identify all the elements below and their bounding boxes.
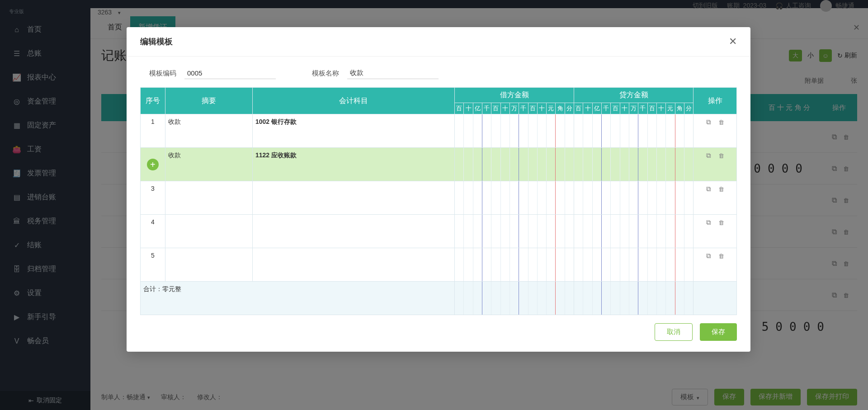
- op-cell: [693, 248, 737, 282]
- debit-cell[interactable]: [455, 248, 574, 282]
- subject-cell[interactable]: [252, 181, 454, 215]
- digit-header: 百: [528, 103, 537, 114]
- credit-cell[interactable]: [574, 248, 693, 282]
- digit-header: 十: [583, 103, 592, 114]
- digit-header: 十: [464, 103, 473, 114]
- seq-cell: 1: [141, 114, 165, 148]
- table-row[interactable]: 1收款1002 银行存款: [141, 114, 737, 148]
- op-cell: [693, 181, 737, 215]
- digit-header: 千: [602, 103, 611, 114]
- digit-header: 十: [537, 103, 546, 114]
- digit-header: 十: [656, 103, 665, 114]
- seq-cell: 3: [141, 181, 165, 215]
- th-subject: 会计科目: [252, 88, 454, 114]
- digit-header: 百: [455, 103, 464, 114]
- summary-cell[interactable]: [165, 181, 252, 215]
- modal-close-button[interactable]: ✕: [729, 37, 737, 47]
- summary-cell[interactable]: 收款: [165, 114, 252, 148]
- copy-icon[interactable]: [706, 151, 711, 160]
- digit-header: 百: [647, 103, 656, 114]
- digit-header: 万: [629, 103, 638, 114]
- digit-header: 百: [611, 103, 620, 114]
- edit-template-modal: 编辑模板 ✕ 模板编码 模板名称 序号 摘要 会计科目: [127, 27, 750, 352]
- delete-icon[interactable]: [718, 218, 724, 226]
- summary-cell[interactable]: [165, 248, 252, 282]
- credit-cell[interactable]: [574, 181, 693, 215]
- credit-cell[interactable]: [574, 114, 693, 148]
- digit-header: 百: [491, 103, 500, 114]
- credit-cell[interactable]: [574, 148, 693, 181]
- debit-cell[interactable]: [455, 181, 574, 215]
- template-code-label: 模板编码: [149, 69, 176, 78]
- delete-icon[interactable]: [718, 118, 724, 126]
- digit-header: 十: [620, 103, 629, 114]
- modal-title: 编辑模板: [140, 36, 173, 47]
- credit-cell[interactable]: [574, 215, 693, 248]
- summary-cell[interactable]: [165, 215, 252, 248]
- op-cell: [693, 215, 737, 248]
- debit-cell[interactable]: [455, 148, 574, 181]
- cancel-button[interactable]: 取消: [655, 323, 693, 341]
- digit-header: 千: [519, 103, 528, 114]
- table-row[interactable]: 4: [141, 215, 737, 248]
- table-row[interactable]: 3: [141, 181, 737, 215]
- copy-icon[interactable]: [706, 185, 711, 193]
- digit-header: 元: [547, 103, 556, 114]
- subject-cell[interactable]: 1122 应收账款: [252, 148, 454, 181]
- sum-label: 合计：零元整: [141, 282, 455, 315]
- digit-header: 元: [666, 103, 675, 114]
- digit-header: 十: [500, 103, 509, 114]
- table-row[interactable]: +收款1122 应收账款: [141, 148, 737, 181]
- seq-cell: +: [141, 148, 165, 181]
- digit-header: 千: [482, 103, 491, 114]
- add-row-button[interactable]: +: [147, 159, 159, 170]
- th-debit: 借方金额: [455, 88, 574, 103]
- digit-header: 亿: [473, 103, 482, 114]
- delete-icon[interactable]: [718, 252, 724, 260]
- subject-cell[interactable]: 1002 银行存款: [252, 114, 454, 148]
- subject-cell[interactable]: [252, 215, 454, 248]
- digit-header: 分: [684, 103, 693, 114]
- table-row[interactable]: 5: [141, 248, 737, 282]
- digit-header: 分: [565, 103, 574, 114]
- digit-header: 万: [509, 103, 519, 114]
- digit-header: 角: [675, 103, 684, 114]
- copy-icon[interactable]: [706, 118, 711, 126]
- th-credit: 贷方金额: [574, 88, 693, 103]
- debit-cell[interactable]: [455, 114, 574, 148]
- copy-icon[interactable]: [706, 218, 711, 226]
- th-seq: 序号: [141, 88, 165, 114]
- template-name-input[interactable]: [347, 67, 439, 79]
- template-code-input[interactable]: [184, 67, 276, 79]
- op-cell: [693, 114, 737, 148]
- digit-header: 千: [638, 103, 647, 114]
- seq-cell: 5: [141, 248, 165, 282]
- summary-cell[interactable]: 收款: [165, 148, 252, 181]
- template-name-label: 模板名称: [312, 69, 339, 78]
- digit-header: 亿: [592, 103, 601, 114]
- subject-cell[interactable]: [252, 248, 454, 282]
- delete-icon[interactable]: [718, 185, 724, 193]
- debit-cell[interactable]: [455, 215, 574, 248]
- seq-cell: 4: [141, 215, 165, 248]
- save-button[interactable]: 保存: [700, 323, 737, 341]
- th-op: 操作: [693, 88, 737, 114]
- template-table: 序号 摘要 会计科目 借方金额 贷方金额 操作 百十亿千百十万千百十元角分百十亿…: [140, 87, 737, 315]
- delete-icon[interactable]: [718, 151, 724, 160]
- th-summary: 摘要: [165, 88, 252, 114]
- digit-header: 角: [556, 103, 565, 114]
- digit-header: 百: [574, 103, 583, 114]
- copy-icon[interactable]: [706, 252, 711, 260]
- op-cell: [693, 148, 737, 181]
